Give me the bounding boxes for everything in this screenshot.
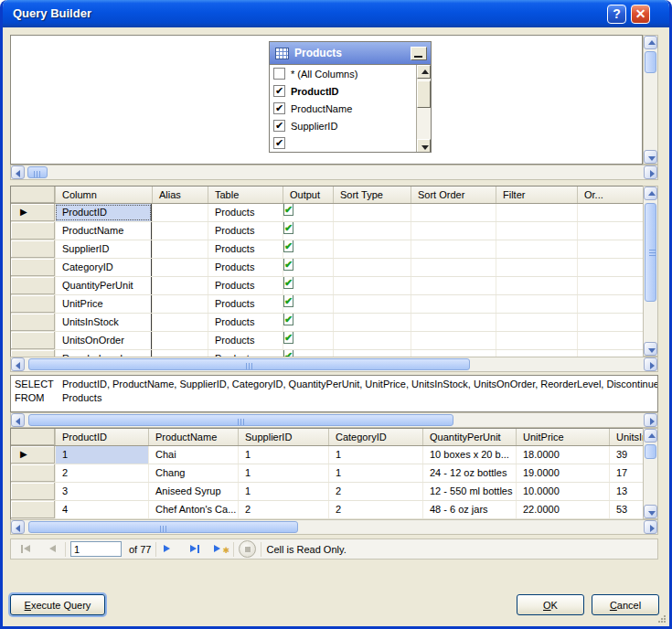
cell-output[interactable]: ✔ (283, 295, 333, 313)
column-header[interactable]: Column (55, 187, 152, 203)
scroll-left-icon[interactable] (11, 413, 25, 427)
scroll-up-icon[interactable] (644, 187, 657, 200)
scroll-down-icon[interactable] (417, 139, 431, 152)
result-row[interactable]: 2 Chang 1 1 24 - 12 oz bottles 19.0000 1… (11, 464, 657, 483)
cell-sort-order[interactable] (411, 332, 496, 349)
cell-filter[interactable] (496, 277, 577, 294)
row-selector[interactable]: ▶ (11, 446, 55, 464)
field-row-all-columns[interactable]: * (All Columns) (270, 65, 431, 82)
move-next-button[interactable] (161, 542, 176, 557)
scrollbar-thumb[interactable] (28, 521, 298, 533)
cell[interactable]: Chang (148, 464, 238, 482)
cell[interactable]: 1 (328, 464, 422, 482)
cell-filter[interactable] (496, 295, 577, 313)
sql-pane[interactable]: SELECT ProductID, ProductName, SupplierI… (10, 375, 658, 412)
cell-table[interactable]: Products (208, 240, 283, 258)
row-selector[interactable] (11, 240, 55, 258)
cell-column[interactable]: UnitsInStock (55, 314, 152, 331)
grid-row[interactable]: UnitPrice Products ✔ (11, 295, 657, 314)
grid-row[interactable]: ProductName Products ✔ (11, 222, 657, 240)
output-header[interactable]: Output (283, 187, 333, 203)
row-selector[interactable] (11, 464, 55, 482)
field-row-productid[interactable]: ✔ ProductID (270, 82, 431, 100)
cell-output[interactable]: ✔ (283, 332, 333, 349)
cell[interactable]: 2 (328, 483, 422, 500)
row-selector[interactable] (11, 501, 55, 518)
cell[interactable]: Aniseed Syrup (148, 483, 238, 500)
scrollbar-thumb[interactable] (645, 444, 656, 459)
cell-table[interactable]: Products (208, 259, 283, 276)
scroll-left-icon[interactable] (11, 520, 25, 534)
cell-sort-type[interactable] (333, 240, 411, 258)
cell[interactable]: Chef Anton's Ca... (148, 501, 238, 518)
output-checkbox[interactable]: ✔ (283, 222, 293, 234)
scroll-up-icon[interactable] (644, 429, 657, 442)
scroll-down-icon[interactable] (644, 505, 657, 518)
add-new-record-button[interactable]: ✱ (214, 542, 229, 557)
move-last-button[interactable] (188, 542, 203, 557)
checkbox-supplierid[interactable]: ✔ (273, 120, 285, 132)
cell-filter[interactable] (496, 259, 577, 276)
cell[interactable]: 1 (55, 446, 148, 464)
cell-table[interactable]: Products (208, 295, 283, 313)
grid-row[interactable]: CategoryID Products ✔ (11, 259, 657, 277)
scroll-right-icon[interactable] (644, 520, 657, 534)
categoryid-header[interactable]: CategoryID (328, 429, 422, 445)
output-checkbox[interactable]: ✔ (283, 277, 293, 289)
cell-filter[interactable] (496, 204, 577, 221)
cell-sort-order[interactable] (411, 240, 496, 258)
move-first-button[interactable] (20, 542, 35, 557)
scroll-down-icon[interactable] (644, 342, 657, 356)
cell[interactable]: 2 (238, 501, 328, 518)
scroll-right-icon[interactable] (644, 413, 657, 427)
row-selector[interactable] (11, 314, 55, 331)
help-button[interactable]: ? (607, 5, 626, 24)
result-row[interactable]: ▶ 1 Chai 1 1 10 boxes x 20 b... 18.0000 … (11, 446, 657, 464)
grid-row[interactable]: UnitsOnOrder Products ✔ (11, 332, 657, 350)
scroll-down-icon[interactable] (644, 150, 657, 164)
cell-output[interactable]: ✔ (283, 204, 333, 221)
cell-column[interactable]: SupplierID (55, 240, 152, 258)
cell-sort-order[interactable] (411, 259, 496, 276)
cell[interactable]: 18.0000 (516, 446, 609, 464)
productname-header[interactable]: ProductName (148, 429, 238, 445)
cell-column[interactable]: UnitsOnOrder (55, 332, 152, 349)
scroll-up-icon[interactable] (417, 65, 431, 79)
cell[interactable]: 4 (55, 501, 148, 518)
checkbox-categoryid[interactable]: ✔ (273, 137, 285, 149)
execute-query-button[interactable]: Execute Query (10, 594, 105, 615)
cell-output[interactable]: ✔ (283, 314, 333, 331)
cell-sort-type[interactable] (333, 314, 411, 331)
cell-column[interactable]: CategoryID (55, 259, 152, 276)
cell-sort-type[interactable] (333, 204, 411, 221)
cell-sort-order[interactable] (411, 222, 496, 240)
cell[interactable]: 1 (238, 483, 328, 500)
cell[interactable]: 19.0000 (516, 464, 609, 482)
field-row-categoryid[interactable]: ✔ (270, 134, 431, 152)
cell-sort-type[interactable] (333, 259, 411, 276)
checkbox-all-columns[interactable] (273, 68, 285, 80)
output-checkbox[interactable]: ✔ (283, 204, 293, 216)
row-selector[interactable] (11, 259, 55, 276)
cell-alias[interactable] (152, 204, 208, 221)
row-selector[interactable] (11, 222, 55, 240)
sort-order-header[interactable]: Sort Order (411, 187, 496, 203)
cell-alias[interactable] (152, 277, 208, 294)
cell-sort-order[interactable] (411, 295, 496, 313)
table-header[interactable]: Table (208, 187, 283, 203)
scrollbar-thumb[interactable] (27, 166, 48, 178)
cell[interactable]: 2 (328, 501, 422, 518)
field-row-productname[interactable]: ✔ ProductName (270, 100, 431, 117)
title-bar[interactable]: Query Builder ? ✕ (0, 0, 672, 27)
cancel-button[interactable]: Cancel (592, 594, 659, 615)
results-vertical-scrollbar[interactable] (643, 428, 658, 519)
cell-sort-type[interactable] (333, 332, 411, 349)
sql-horizontal-scrollbar[interactable] (10, 412, 658, 428)
diagram-horizontal-scrollbar[interactable] (10, 165, 658, 180)
cell-output[interactable]: ✔ (283, 240, 333, 258)
filter-header[interactable]: Filter (496, 187, 577, 203)
row-selector[interactable]: ▶ (11, 204, 55, 221)
cell-column[interactable]: ProductID (55, 204, 152, 221)
cell[interactable]: 10 boxes x 20 b... (422, 446, 516, 464)
productid-header[interactable]: ProductID (55, 429, 148, 445)
